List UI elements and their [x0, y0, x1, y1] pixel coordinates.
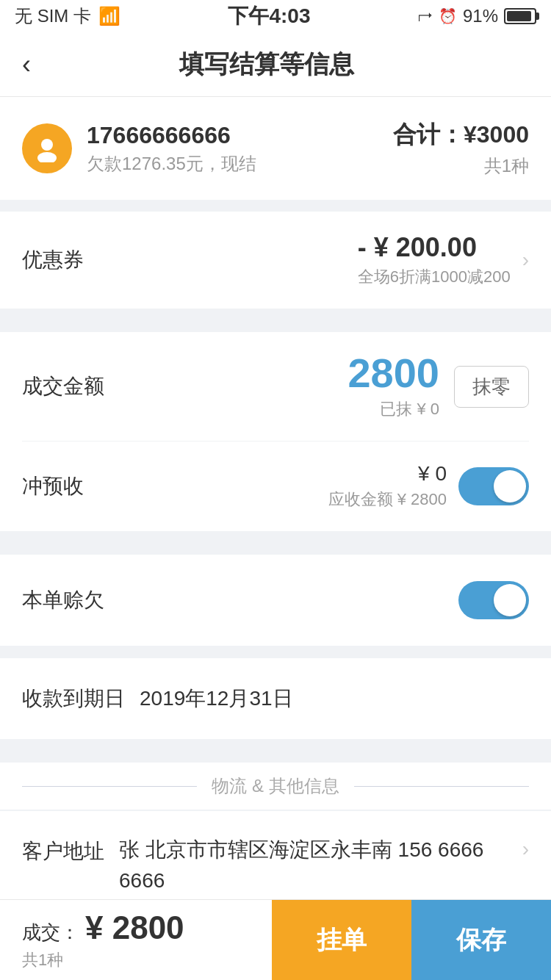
- deal-amount-sub: 已抹 ¥ 0: [347, 398, 439, 420]
- customer-phone: 17666666666: [87, 122, 256, 149]
- address-chevron-icon: ›: [522, 835, 529, 861]
- hang-button[interactable]: 挂单: [272, 900, 411, 981]
- chong-sub: 应收金额 ¥ 2800: [328, 489, 447, 511]
- total-amount: 合计：¥3000: [393, 119, 529, 151]
- deal-amount-value: 2800: [347, 353, 439, 394]
- customer-right: 合计：¥3000 共1种: [393, 119, 529, 178]
- address-label: 客户地址: [22, 835, 104, 865]
- chong-right: ¥ 0 应收金额 ¥ 2800: [328, 462, 529, 511]
- deal-amount-right: 2800 已抹 ¥ 0 抹零: [347, 353, 529, 420]
- bottom-summary: 成交： ¥ 2800 共1种: [0, 909, 272, 971]
- customer-debt: 欠款1276.35元，现结: [87, 152, 256, 176]
- duedate-value: 2019年12月31日: [140, 685, 293, 713]
- section-separator-2: [0, 543, 551, 555]
- svg-point-0: [41, 139, 53, 151]
- address-value: 张 北京市市辖区海淀区永丰南 156 6666 6666: [119, 835, 515, 896]
- coupon-row[interactable]: 优惠券 - ¥ 200.00 全场6折满1000减200 ›: [0, 212, 551, 309]
- wifi-icon: 📶: [98, 6, 120, 26]
- chong-row: 冲预收 ¥ 0 应收金额 ¥ 2800: [22, 442, 529, 531]
- alarm-icon: ⏰: [439, 7, 457, 25]
- duedate-section: 收款到期日 2019年12月31日: [0, 657, 551, 739]
- chong-value: ¥ 0: [328, 462, 447, 486]
- bendan-row: 本单赊欠: [22, 555, 529, 646]
- location-icon: ⮣: [418, 8, 433, 25]
- nav-bar: ‹ 填写结算等信息: [0, 32, 551, 97]
- page-title: 填写结算等信息: [46, 48, 488, 82]
- bottom-bar: 成交： ¥ 2800 共1种 挂单 保存: [0, 899, 551, 980]
- bendan-section: 本单赊欠: [0, 555, 551, 646]
- status-right: ⮣ ⏰ 91%: [418, 6, 536, 26]
- deal-amount-row: 成交金额 2800 已抹 ¥ 0 抹零: [22, 332, 529, 442]
- deal-amount-label: 成交金额: [22, 372, 104, 400]
- coupon-right: - ¥ 200.00 全场6折满1000减200 ›: [358, 232, 529, 288]
- avatar: [22, 123, 72, 173]
- total-count: 共1种: [393, 154, 529, 178]
- bendan-toggle-knob: [494, 584, 526, 616]
- divider-line-right: [354, 786, 529, 787]
- coupon-chevron-icon: ›: [522, 248, 529, 272]
- logistics-divider-text: 物流 & 其他信息: [212, 774, 339, 798]
- bottom-deal-amount: ¥ 2800: [85, 909, 184, 946]
- status-left: 无 SIM 卡 📶: [15, 4, 120, 28]
- customer-card: 17666666666 欠款1276.35元，现结 合计：¥3000 共1种: [0, 97, 551, 200]
- round-button[interactable]: 抹零: [454, 366, 529, 408]
- chong-toggle[interactable]: [458, 467, 529, 505]
- bottom-deal: 成交： ¥ 2800: [22, 909, 250, 946]
- chong-toggle-knob: [494, 470, 526, 502]
- save-button[interactable]: 保存: [411, 900, 551, 981]
- amount-section: 成交金额 2800 已抹 ¥ 0 抹零 冲预收 ¥ 0 应收金额 ¥ 2800: [0, 332, 551, 531]
- coupon-discount: - ¥ 200.00: [358, 232, 511, 263]
- section-separator-3: [0, 751, 551, 763]
- section-separator-1: [0, 320, 551, 332]
- logistics-divider: 物流 & 其他信息: [22, 774, 529, 798]
- back-button[interactable]: ‹: [22, 49, 31, 80]
- battery-text: 91%: [463, 6, 498, 26]
- duedate-row: 收款到期日 2019年12月31日: [22, 658, 529, 739]
- svg-point-1: [37, 152, 57, 162]
- battery-icon: [504, 8, 536, 24]
- coupon-label: 优惠券: [22, 246, 84, 274]
- status-time: 下午4:03: [228, 2, 310, 30]
- customer-info: 17666666666 欠款1276.35元，现结: [87, 122, 256, 176]
- customer-left: 17666666666 欠款1276.35元，现结: [22, 122, 256, 176]
- status-bar: 无 SIM 卡 📶 下午4:03 ⮣ ⏰ 91%: [0, 0, 551, 32]
- bendan-label: 本单赊欠: [22, 586, 104, 614]
- bottom-deal-label: 成交：: [22, 920, 79, 945]
- sim-text: 无 SIM 卡: [15, 4, 91, 28]
- bottom-deal-count: 共1种: [22, 949, 250, 971]
- duedate-label: 收款到期日: [22, 685, 125, 713]
- coupon-description: 全场6折满1000减200: [358, 266, 511, 288]
- chong-label: 冲预收: [22, 472, 84, 500]
- content: 17666666666 欠款1276.35元，现结 合计：¥3000 共1种 优…: [0, 97, 551, 980]
- bendan-toggle[interactable]: [458, 581, 529, 619]
- chong-amount: ¥ 0 应收金额 ¥ 2800: [328, 462, 447, 511]
- logistics-sep: 物流 & 其他信息: [0, 763, 551, 810]
- divider-line-left: [22, 786, 197, 787]
